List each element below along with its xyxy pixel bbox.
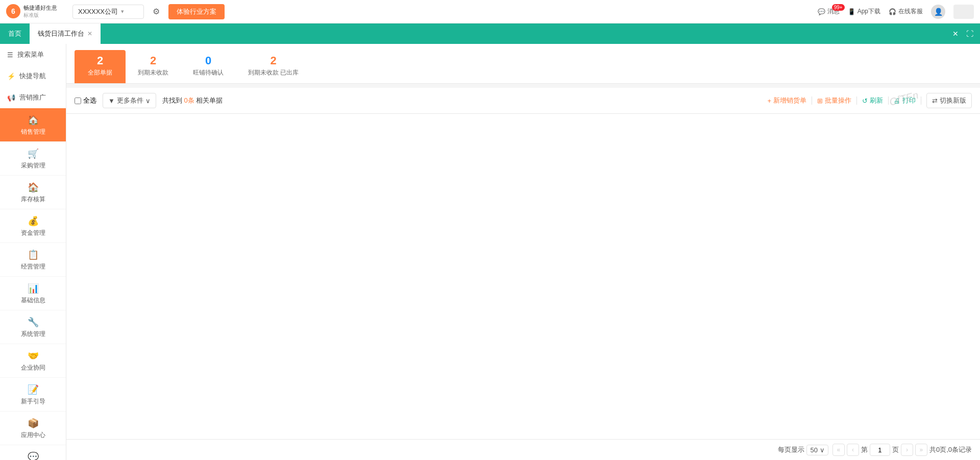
inventory-icon: 🏠 bbox=[28, 182, 39, 193]
content-area: 2 全部单据 2 到期未收款 0 旺铺待确认 2 到期未收款 已出库 全选 bbox=[66, 44, 980, 460]
guide-icon: 📝 bbox=[28, 384, 39, 395]
app-download-label: App下载 bbox=[857, 7, 880, 16]
new-sale-button[interactable]: + 新增销货单 bbox=[767, 96, 806, 105]
new-sale-label: 新增销货单 bbox=[773, 96, 806, 105]
refresh-icon: ↺ bbox=[862, 97, 868, 105]
tab-close-all-button[interactable]: ✕ bbox=[949, 28, 962, 40]
sidebar-promo[interactable]: 📢 营销推广 bbox=[0, 87, 66, 108]
sidebar-nav-label: 快捷导航 bbox=[19, 71, 46, 81]
select-all-label: 全选 bbox=[83, 96, 96, 105]
filter-dropdown-icon: ∨ bbox=[145, 97, 151, 105]
tab-home[interactable]: 首页 bbox=[0, 23, 30, 44]
stat-tab-all[interactable]: 2 全部单据 bbox=[75, 50, 126, 83]
promo-icon: 📢 bbox=[7, 94, 15, 102]
app-download-button[interactable]: 📱 App下载 bbox=[848, 7, 880, 16]
sidebar-item-inventory-label: 库存核算 bbox=[21, 195, 45, 204]
print-icon: 🖨 bbox=[894, 97, 900, 105]
divider-3 bbox=[888, 96, 889, 105]
tab-maximize-button[interactable]: ⛶ bbox=[964, 28, 976, 40]
sidebar-search[interactable]: ☰ 搜索菜单 bbox=[0, 44, 66, 65]
tab-home-label: 首页 bbox=[8, 29, 21, 38]
toolbar-right: + 新增销货单 ⊞ 批量操作 ↺ 刷新 🖨 打印 bbox=[767, 93, 972, 108]
batch-icon: ⊞ bbox=[817, 97, 823, 105]
company-name: XXXXXX公司 bbox=[78, 7, 118, 16]
logo-title: 畅捷通好生意 bbox=[23, 4, 57, 11]
nav-icon: ⚡ bbox=[7, 72, 15, 80]
pagination: 每页显示 50 ∨ « ‹ 第 页 › » 共0页,0条记录 bbox=[66, 439, 980, 460]
print-label: 打印 bbox=[902, 96, 916, 105]
operations-icon: 📋 bbox=[28, 249, 39, 260]
page-suffix: 页 bbox=[892, 445, 899, 454]
gear-icon: ⚙ bbox=[153, 7, 160, 16]
settings-button[interactable]: ⚙ bbox=[148, 4, 164, 20]
logo-icon: 6 bbox=[6, 4, 20, 18]
filter-icon: ▼ bbox=[108, 97, 115, 105]
total-info: 共0页,0条记录 bbox=[929, 445, 972, 454]
experience-button[interactable]: 体验行业方案 bbox=[168, 4, 225, 19]
refresh-button[interactable]: ↺ 刷新 bbox=[862, 96, 883, 105]
message-button[interactable]: 💬 消息 99+ bbox=[818, 7, 840, 16]
stat-label-shipped: 到期未收款 已出库 bbox=[248, 68, 299, 77]
finance-icon: 💰 bbox=[28, 215, 39, 227]
current-page-input[interactable] bbox=[870, 444, 890, 456]
enterprise-icon: 🤝 bbox=[28, 350, 39, 361]
sidebar-item-basic-info[interactable]: 📊 基础信息 bbox=[0, 277, 66, 310]
tab-bar-controls: ✕ ⛶ bbox=[949, 28, 980, 40]
found-text: 共找到 0条 相关单据 bbox=[162, 96, 223, 105]
tab-close-icon[interactable]: ✕ bbox=[87, 30, 92, 37]
logo-badge: 标准版 bbox=[23, 12, 57, 19]
switch-version-button[interactable]: ⇄ 切换新版 bbox=[926, 93, 972, 108]
sidebar-item-app-center-label: 应用中心 bbox=[21, 431, 45, 440]
logo-text-block: 畅捷通好生意 标准版 bbox=[23, 4, 57, 18]
more-filter-button[interactable]: ▼ 更多条件 ∨ bbox=[103, 93, 156, 108]
select-all-input[interactable] bbox=[75, 98, 81, 104]
company-selector[interactable]: XXXXXX公司 ▾ bbox=[72, 5, 144, 19]
divider-1 bbox=[812, 96, 812, 105]
next-page-button[interactable]: › bbox=[901, 444, 913, 456]
divider-4 bbox=[921, 96, 921, 105]
tab-workbench[interactable]: 钱货日清工作台 ✕ bbox=[30, 23, 101, 44]
sidebar-item-basic-info-label: 基础信息 bbox=[21, 296, 45, 305]
purchase-icon: 🛒 bbox=[28, 148, 39, 159]
last-page-button[interactable]: » bbox=[915, 444, 927, 456]
online-service-button[interactable]: 🎧 在线客服 bbox=[889, 7, 923, 16]
batch-button[interactable]: ⊞ 批量操作 bbox=[817, 96, 851, 105]
sidebar-item-sales[interactable]: 🏠 销售管理 bbox=[0, 108, 66, 142]
message-badge: 99+ bbox=[832, 4, 845, 11]
sidebar-item-finance[interactable]: 💰 资金管理 bbox=[0, 209, 66, 243]
avatar[interactable]: 👤 bbox=[931, 5, 945, 19]
print-button[interactable]: 🖨 打印 bbox=[894, 96, 916, 105]
stat-num-shipped: 2 bbox=[271, 54, 277, 67]
sidebar-item-inventory[interactable]: 🏠 库存核算 bbox=[0, 176, 66, 209]
stat-tab-shipped[interactable]: 2 到期未收款 已出库 bbox=[236, 50, 311, 83]
company-dropdown-arrow: ▾ bbox=[121, 8, 124, 15]
sidebar-item-system-label: 系统管理 bbox=[21, 330, 45, 338]
table-area bbox=[66, 114, 980, 439]
logo-area: 6 畅捷通好生意 标准版 bbox=[6, 4, 72, 18]
stat-tab-pending[interactable]: 0 旺铺待确认 bbox=[181, 50, 236, 83]
sidebar-item-guide-label: 新手引导 bbox=[21, 397, 45, 406]
sidebar: ☰ 搜索菜单 ⚡ 快捷导航 📢 营销推广 🏠 销售管理 🛒 采购管理 🏠 库存核… bbox=[0, 44, 66, 460]
sidebar-item-purchase[interactable]: 🛒 采购管理 bbox=[0, 142, 66, 176]
stat-tab-overdue[interactable]: 2 到期未收款 bbox=[126, 50, 181, 83]
download-icon: 📱 bbox=[848, 8, 855, 15]
sidebar-nav[interactable]: ⚡ 快捷导航 bbox=[0, 65, 66, 87]
stats-tabs: 2 全部单据 2 到期未收款 0 旺铺待确认 2 到期未收款 已出库 bbox=[66, 44, 980, 84]
first-page-button[interactable]: « bbox=[832, 444, 845, 456]
search-icon: ☰ bbox=[7, 51, 13, 59]
select-all-checkbox[interactable]: 全选 bbox=[75, 96, 96, 105]
sidebar-item-operations[interactable]: 📋 经营管理 bbox=[0, 243, 66, 277]
sidebar-item-app-center[interactable]: 📦 应用中心 bbox=[0, 411, 66, 445]
sidebar-item-enterprise[interactable]: 🤝 企业协同 bbox=[0, 344, 66, 378]
sidebar-item-wechat[interactable]: 💬 企业微信 bbox=[0, 445, 66, 460]
sidebar-item-guide[interactable]: 📝 新手引导 bbox=[0, 378, 66, 411]
prev-page-button[interactable]: ‹ bbox=[847, 444, 859, 456]
page-size-dropdown[interactable]: 50 ∨ bbox=[806, 445, 828, 455]
page-size-select: 每页显示 50 ∨ bbox=[778, 445, 828, 455]
stat-label-overdue: 到期未收款 bbox=[138, 68, 168, 77]
sidebar-item-finance-label: 资金管理 bbox=[21, 229, 45, 237]
top-header: 6 畅捷通好生意 标准版 XXXXXX公司 ▾ ⚙ 体验行业方案 💬 消息 99… bbox=[0, 0, 980, 23]
sidebar-item-system[interactable]: 🔧 系统管理 bbox=[0, 310, 66, 344]
page-label: 第 bbox=[861, 445, 868, 454]
found-count: 0条 bbox=[184, 96, 194, 104]
